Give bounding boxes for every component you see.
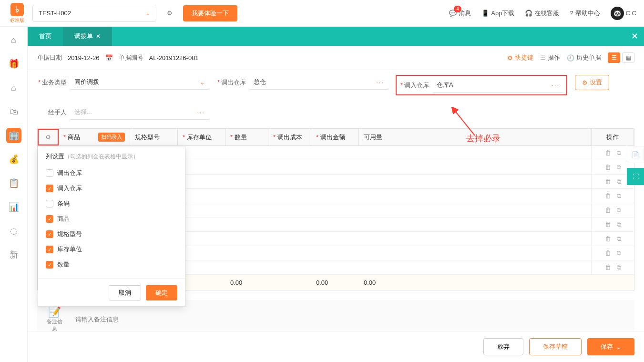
sidebar-bag-icon[interactable]: 🛍 [6,104,21,119]
column-option[interactable]: ✓规格型号 [46,227,177,242]
copy-icon[interactable]: ⧉ [617,249,621,257]
sidebar-clipboard-icon[interactable]: 📋 [6,176,21,191]
delete-icon[interactable]: 🗑 [605,192,611,199]
column-option[interactable]: 单位2 [46,272,177,275]
copy-icon[interactable]: ⧉ [617,164,621,171]
copy-icon[interactable]: ⧉ [617,235,621,243]
delete-icon[interactable]: 🗑 [605,249,611,257]
right-strip: 📄 ⛶ [627,146,644,185]
tab-home[interactable]: 首页 [28,27,63,46]
copy-icon[interactable]: ⧉ [617,192,621,200]
history-button[interactable]: 🕘历史单据 [567,53,601,62]
operate-button[interactable]: ☰操作 [540,53,560,62]
column-option[interactable]: 调出仓库 [46,165,177,181]
tenant-select[interactable]: TEST-H002 ⌄ [32,5,156,22]
chevron-down-icon: ⌄ [145,10,150,17]
copy-icon[interactable]: ⧉ [617,207,621,214]
messages-button[interactable]: 💬 消息 4 [449,9,471,18]
delete-icon[interactable]: 🗑 [605,221,611,228]
gear-icon: ⚙ [507,54,513,62]
help-center[interactable]: ? 帮助中心 [570,9,600,18]
online-support[interactable]: 🎧 在线客服 [525,9,559,18]
delete-icon[interactable]: 🗑 [605,264,611,271]
form-row-2: 经手人 选择... ··· [28,100,644,124]
tab-close-icon[interactable]: ✕ [96,33,101,40]
in-warehouse-select[interactable]: 仓库A ··· [433,78,563,93]
fullscreen-icon[interactable]: ⛶ [627,168,644,185]
field-settings-button[interactable]: ⚙设置 [575,75,609,90]
doc-date-label: 单据日期 [37,53,62,62]
popover-cancel-button[interactable]: 取消 [109,285,141,300]
column-option[interactable]: ✓库存单位 [46,242,177,257]
delete-icon[interactable]: 🗑 [605,164,611,171]
logo: ♭ 标准版 [8,3,27,24]
delete-icon[interactable]: 🗑 [605,178,611,185]
sidebar-home-icon[interactable]: ⌂ [6,32,21,48]
biz-type-label: 业务类型 [37,78,71,87]
view-list-icon[interactable]: ☰ [608,52,620,63]
copy-icon[interactable]: ⧉ [617,178,621,186]
more-icon[interactable]: ··· [552,82,560,89]
delete-icon[interactable]: 🗑 [605,149,611,156]
popover-list[interactable]: 调出仓库✓调入仓库条码✓商品✓规格型号✓库存单位✓数量单位2 [38,165,185,275]
trial-button[interactable]: 我要体验一下 [183,5,237,21]
doc-date[interactable]: 2019-12-26 [68,54,100,62]
logo-edition: 标准版 [10,17,24,24]
copy-icon[interactable]: ⧉ [617,221,621,228]
popover-ok-button[interactable]: 确定 [146,285,177,300]
table-head: ⚙ *商品扫码录入 规格型号 *库存单位 *数量 *调出成本 *调出金额 可用量… [38,129,634,146]
column-settings-popover: 列设置（勾选的列会在表格中显示） 调出仓库✓调入仓库条码✓商品✓规格型号✓库存单… [38,146,185,307]
chevron-down-icon: ⌄ [616,343,621,351]
total-amount: 0.00 [311,275,359,290]
discard-button[interactable]: 放弃 [483,338,523,355]
logo-mark: ♭ [10,3,24,16]
in-warehouse-field: 调入仓库 仓库A ··· [396,75,567,95]
col-qty: *数量 [225,129,268,145]
calendar-icon[interactable]: 📅 [105,54,113,62]
save-draft-button[interactable]: 保存草稿 [529,338,582,355]
sidebar-gift-icon[interactable]: 🎁 [6,56,21,72]
remark-input[interactable] [72,312,627,327]
more-icon[interactable]: ··· [376,79,384,86]
scan-badge[interactable]: 扫码录入 [98,133,125,142]
tab-transfer[interactable]: 调拨单 ✕ [63,27,112,46]
delete-icon[interactable]: 🗑 [605,235,611,242]
delete-icon[interactable]: 🗑 [605,207,611,214]
side-note-icon[interactable]: 📄 [627,146,644,163]
biz-type-select[interactable]: 同价调拨 ⌄ [71,75,209,90]
doc-header: 单据日期 2019-12-26 📅 单据编号 AL-20191226-001 ⚙… [28,46,644,70]
copy-icon[interactable]: ⧉ [617,149,621,157]
col-out-amount: *调出金额 [311,129,359,145]
sidebar-new-icon[interactable]: 新 [6,247,21,262]
popover-title: 列设置（勾选的列会在表格中显示） [38,152,185,165]
copy-icon[interactable]: ⧉ [617,264,621,271]
gear-icon: ⚙ [582,79,588,86]
column-option[interactable]: 条码 [46,196,177,211]
sidebar-report-icon[interactable]: 📊 [6,199,21,215]
save-button[interactable]: 保存⌄ [587,338,634,355]
sidebar-finance-icon[interactable]: 💰 [6,152,21,167]
app-download[interactable]: 📱 App下载 [481,9,514,18]
out-warehouse-label: 调出仓库 [216,78,250,87]
shortcut-button[interactable]: ⚙快捷键 [507,53,533,62]
user-menu[interactable]: 🐼 C C [611,7,636,20]
handler-field: 经手人 选择... ··· [37,105,209,120]
total-available: 0.00 [359,275,591,290]
top-settings-icon[interactable]: ⚙ [162,6,177,21]
out-warehouse-field: 调出仓库 总仓 ··· [216,75,388,90]
col-out-cost: *调出成本 [268,129,311,145]
column-option[interactable]: ✓数量 [46,257,177,272]
doc-number-label: 单据编号 [119,53,143,62]
tabs-close-all[interactable]: ✕ [625,27,644,46]
handler-select[interactable]: 选择... ··· [71,105,209,120]
sidebar-warehouse-icon[interactable]: 🏢 [6,128,21,143]
column-option[interactable]: ✓商品 [46,211,177,227]
out-warehouse-select[interactable]: 总仓 ··· [250,75,388,90]
phone-icon: 📱 [481,10,489,17]
sidebar-shop-icon[interactable]: ⌂ [6,80,21,95]
view-grid-icon[interactable]: ▦ [622,52,634,63]
more-icon[interactable]: ··· [197,109,205,116]
sidebar-loading-icon[interactable]: ◌ [6,223,21,238]
column-settings-button[interactable]: ⚙ [38,129,59,145]
column-option[interactable]: ✓调入仓库 [46,181,177,196]
